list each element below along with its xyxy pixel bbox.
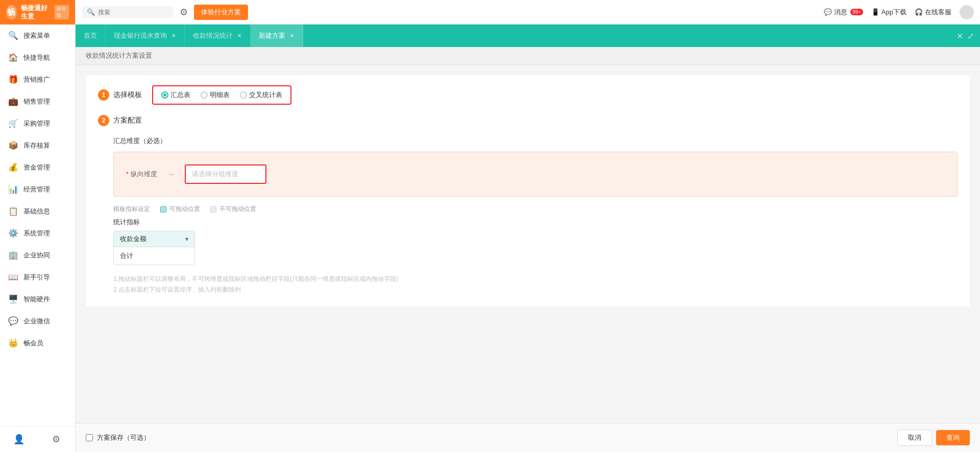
sidebar-bottom-settings[interactable]: ⚙ (38, 431, 76, 448)
tab-bank-flow-label: 现金银行流水查询 (114, 31, 167, 40)
tab-home[interactable]: 首页 (76, 25, 106, 47)
cancel-button[interactable]: 取消 (897, 430, 932, 446)
topbar-search-box[interactable]: 🔍 (82, 6, 174, 18)
sidebar-nav: 🔍 搜索菜单 🏠 快捷导航 🎁 营销推广 💼 销售管理 🛒 采购管理 📦 库存核… (0, 25, 75, 426)
sidebar-item-operation[interactable]: 📊 经营管理 (0, 178, 75, 200)
sidebar-item-marketing[interactable]: 🎁 营销推广 (0, 68, 75, 90)
sidebar-item-label: 搜索菜单 (23, 31, 50, 40)
purchase-icon: 🛒 (8, 118, 18, 128)
chevron-down-icon: ▾ (185, 235, 188, 243)
sidebar-item-inventory[interactable]: 📦 库存核算 (0, 134, 75, 156)
enterprise-icon: 🏢 (8, 250, 18, 260)
radio-cross-label: 交叉统计表 (249, 90, 282, 100)
legend-draggable: 可拖动位置 (160, 205, 200, 213)
sidebar-item-system[interactable]: ⚙️ 系统管理 (0, 222, 75, 244)
smart-hw-icon: 🖥️ (8, 294, 18, 304)
step2-label: 方案配置 (113, 116, 142, 125)
tab-bank-flow[interactable]: 现金银行流水查询 ✕ (106, 25, 185, 47)
tab-collection-stat[interactable]: 收款情况统计 ✕ (185, 25, 251, 47)
service-btn[interactable]: 🎧 在线客服 (915, 8, 951, 17)
metrics-header-label: 统计指标 (113, 218, 140, 226)
radio-summary[interactable]: 汇总表 (161, 90, 190, 100)
search-icon: 🔍 (87, 8, 95, 16)
content-area: 收款情况统计方案设置 1 选择模板 汇总表 明细表 (76, 47, 980, 452)
sidebar-item-label: 系统管理 (23, 229, 50, 238)
radio-detail-circle (201, 91, 208, 99)
template-select-group: 汇总表 明细表 交叉统计表 (152, 85, 291, 105)
sidebar-item-wechat[interactable]: 💬 企业微信 (0, 310, 75, 332)
trial-btn[interactable]: 体验行业方案 (194, 5, 248, 20)
metrics-header-row: 模板指标设定 可拖动位置 不可拖动位置 (113, 205, 958, 213)
sidebar-item-label: 资金管理 (23, 163, 50, 172)
sidebar-item-search-menu[interactable]: 🔍 搜索菜单 (0, 25, 75, 46)
sidebar-item-label: 库存核算 (23, 141, 50, 150)
dimension-title: 汇总维度（必选） (113, 136, 958, 146)
legend-fixed-label: 不可拖动位置 (219, 205, 256, 213)
radio-cross[interactable]: 交叉统计表 (240, 90, 282, 100)
sidebar-badge: 标准版 (55, 5, 69, 19)
sidebar-item-label: 企业协同 (23, 251, 50, 260)
sidebar-item-basic-info[interactable]: 📋 基础信息 (0, 200, 75, 222)
settings-icon: ⚙ (52, 434, 60, 445)
sidebar-item-enterprise[interactable]: 🏢 企业协同 (0, 244, 75, 266)
tab-spacer (303, 25, 950, 47)
sidebar-item-smart-hw[interactable]: 🖥️ 智能硬件 (0, 288, 75, 310)
tabbar: 首页 现金银行流水查询 ✕ 收款情况统计 ✕ 新建方案 ✕ ✕ ⤢ (76, 25, 980, 47)
breadcrumb: 收款情况统计方案设置 (76, 47, 980, 65)
hint-text-block: 1.拖动标题栏可以调整布局，不可跨维度或指标区域拖动栏目字段(只能在同一维度或指… (113, 275, 958, 294)
sidebar-item-purchase[interactable]: 🛒 采购管理 (0, 112, 75, 134)
metrics-col1-header[interactable]: 收款金额 ▾ (114, 231, 194, 247)
dim-required-star: * 纵向维度 (126, 170, 157, 179)
step1-row: 1 选择模板 汇总表 明细表 交叉统计表 (98, 85, 958, 105)
gift-icon: 🎁 (8, 75, 18, 84)
sidebar-bottom-user[interactable]: 👤 (0, 431, 38, 448)
basic-info-icon: 📋 (8, 206, 18, 216)
window-controls: ✕ ⤢ (950, 25, 980, 47)
dimension-area: * 纵向维度 → 请选择分组维度 (113, 152, 958, 197)
home-icon: 🏠 (8, 53, 18, 62)
tab-collection-stat-close[interactable]: ✕ (237, 32, 242, 39)
legend-draggable-label: 可拖动位置 (169, 205, 200, 213)
tab-bank-flow-close[interactable]: ✕ (171, 32, 176, 39)
user-avatar-icon: 👤 (13, 434, 24, 445)
user-avatar[interactable] (960, 5, 974, 19)
sidebar-item-guide[interactable]: 📖 新手引导 (0, 266, 75, 288)
metrics-table: 收款金额 ▾ 合计 (113, 231, 195, 265)
logo-name: 畅捷通好生意 (21, 4, 51, 20)
sidebar-item-quick-nav[interactable]: 🏠 快捷导航 (0, 46, 75, 68)
col1-header-label: 收款金额 (120, 234, 146, 244)
page-body: 1 选择模板 汇总表 明细表 交叉统计表 (76, 65, 980, 423)
hint-1: 1.拖动标题栏可以调整布局，不可跨维度或指标区域拖动栏目字段(只能在同一维度或指… (113, 275, 958, 283)
save-checkbox[interactable] (86, 434, 93, 441)
metrics-section: 模板指标设定 可拖动位置 不可拖动位置 统计指标 (113, 205, 958, 267)
search-input[interactable] (98, 9, 159, 16)
message-icon: 💬 (824, 8, 832, 16)
step1-label: 选择模板 (113, 90, 142, 100)
guide-icon: 📖 (8, 272, 18, 282)
download-btn[interactable]: 📱 App下载 (871, 8, 906, 17)
topbar-right: 💬 消息 99+ 📱 App下载 🎧 在线客服 (824, 5, 974, 19)
query-button[interactable]: 查询 (936, 430, 970, 445)
message-btn[interactable]: 💬 消息 99+ (824, 8, 863, 17)
tab-new-plan-close[interactable]: ✕ (289, 32, 295, 39)
inventory-icon: 📦 (8, 140, 18, 150)
radio-detail[interactable]: 明细表 (201, 90, 230, 100)
close-window-icon[interactable]: ✕ (957, 31, 963, 41)
sidebar-item-member[interactable]: 👑 畅会员 (0, 332, 75, 354)
member-icon: 👑 (8, 338, 18, 348)
main-area: 🔍 ⚙ 体验行业方案 💬 消息 99+ 📱 App下载 🎧 在线客服 (76, 0, 980, 452)
sidebar-item-label: 经营管理 (23, 185, 50, 194)
sidebar-item-sales[interactable]: 💼 销售管理 (0, 90, 75, 112)
step2-row: 2 方案配置 (98, 115, 958, 126)
sales-icon: 💼 (8, 97, 18, 106)
capital-icon: 💰 (8, 162, 18, 172)
tab-new-plan[interactable]: 新建方案 ✕ (251, 25, 303, 47)
maximize-window-icon[interactable]: ⤢ (967, 31, 974, 41)
download-icon: 📱 (871, 8, 879, 16)
gear-icon[interactable]: ⚙ (180, 7, 188, 18)
step2-number: 2 (98, 115, 109, 126)
dim-placeholder[interactable]: 请选择分组维度 (185, 164, 266, 184)
sidebar-item-capital[interactable]: 💰 资金管理 (0, 156, 75, 178)
settings-block: 1 选择模板 汇总表 明细表 交叉统计表 (86, 75, 970, 306)
legend-fixed: 不可拖动位置 (210, 205, 256, 213)
